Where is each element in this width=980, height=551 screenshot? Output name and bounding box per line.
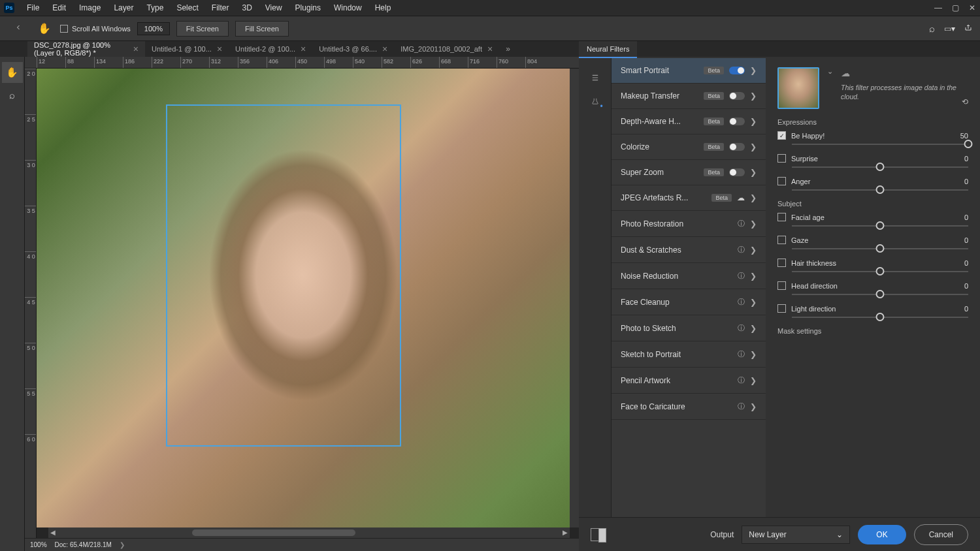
filter-toggle[interactable]	[729, 143, 745, 151]
filter-item[interactable]: Depth-Aware H...Beta❯	[612, 109, 766, 134]
scrollbar-vertical[interactable]	[570, 69, 579, 527]
info-icon[interactable]: ⓘ	[738, 375, 745, 385]
slider-track[interactable]	[792, 271, 968, 272]
document-tab[interactable]: Untitled-1 @ 100...×	[145, 41, 229, 57]
slider-checkbox[interactable]	[777, 213, 786, 221]
filter-toggle[interactable]	[729, 118, 745, 125]
ok-button[interactable]: OK	[858, 525, 906, 544]
slider-track[interactable]	[792, 166, 968, 168]
hand-tool[interactable]: ✋	[2, 62, 23, 83]
face-dropdown[interactable]: ⌄	[827, 67, 833, 76]
slider-track[interactable]	[792, 294, 968, 295]
fill-screen-button[interactable]: Fill Screen	[235, 21, 289, 37]
info-icon[interactable]: ⓘ	[738, 219, 745, 228]
menu-file[interactable]: File	[21, 1, 45, 15]
filter-item[interactable]: Face to Caricatureⓘ❯	[612, 394, 766, 420]
filter-item[interactable]: Face Cleanupⓘ❯	[612, 289, 766, 315]
slider-track[interactable]	[792, 248, 968, 249]
info-icon[interactable]: ⓘ	[738, 323, 745, 333]
download-icon[interactable]: ☁	[737, 193, 745, 202]
filter-item[interactable]: Photo to Sketchⓘ❯	[612, 315, 766, 341]
slider-thumb[interactable]	[876, 163, 885, 171]
slider-thumb[interactable]	[876, 244, 885, 253]
search-icon[interactable]: ⌕	[929, 23, 935, 34]
document-tab[interactable]: DSC_0278.jpg @ 100% (Layer 0, RGB/8*) *×	[27, 41, 145, 57]
slider-checkbox[interactable]	[777, 281, 786, 290]
menu-help[interactable]: Help	[369, 1, 397, 15]
menu-filter[interactable]: Filter	[206, 1, 235, 15]
scroll-right-arrow[interactable]: ▶	[561, 528, 570, 537]
sidebar-icon-all[interactable]	[585, 67, 606, 88]
slider-track[interactable]	[792, 225, 968, 227]
info-icon[interactable]: ⓘ	[738, 245, 745, 255]
info-icon[interactable]: ⓘ	[738, 401, 745, 411]
panel-tab-neural-filters[interactable]: Neural Filters	[579, 41, 637, 58]
slider-thumb[interactable]	[876, 185, 885, 194]
zoom-input[interactable]	[137, 22, 170, 35]
tab-close-icon[interactable]: ×	[133, 44, 139, 54]
tab-close-icon[interactable]: ×	[487, 44, 493, 54]
workspace-icon[interactable]: ▭▾	[944, 24, 955, 33]
slider-track[interactable]	[792, 144, 968, 145]
face-preview-thumbnail[interactable]	[777, 67, 819, 109]
output-dropdown[interactable]: New Layer ⌄	[742, 526, 850, 544]
tab-close-icon[interactable]: ×	[382, 44, 387, 54]
fit-screen-button[interactable]: Fit Screen	[176, 21, 229, 37]
slider-thumb[interactable]	[876, 267, 885, 276]
menu-plugins[interactable]: Plugins	[289, 1, 327, 15]
filter-toggle[interactable]	[729, 67, 745, 74]
menu-3d[interactable]: 3D	[236, 1, 257, 15]
filter-item[interactable]: Smart PortraitBeta❯	[612, 58, 766, 84]
scroll-all-checkbox[interactable]: Scroll All Windows	[60, 25, 131, 33]
slider-checkbox[interactable]	[777, 259, 786, 267]
filter-item[interactable]: Pencil Artworkⓘ❯	[612, 368, 766, 394]
minimize-button[interactable]: —	[934, 4, 942, 12]
menu-window[interactable]: Window	[328, 1, 368, 15]
filter-item[interactable]: Photo Restorationⓘ❯	[612, 211, 766, 237]
close-window-button[interactable]: ✕	[968, 4, 976, 12]
reset-icon[interactable]: ⟲	[962, 97, 968, 106]
home-button[interactable]	[8, 20, 29, 37]
slider-thumb[interactable]	[876, 221, 885, 230]
slider-checkbox[interactable]: ✓	[777, 131, 786, 140]
slider-thumb[interactable]	[876, 290, 885, 298]
filter-item[interactable]: Makeup TransferBeta❯	[612, 84, 766, 109]
document-tab[interactable]: Untitled-3 @ 66....×	[312, 41, 394, 57]
document-tab[interactable]: IMG_20201108_0002_aft×	[394, 41, 499, 57]
filter-item[interactable]: Super ZoomBeta❯	[612, 160, 766, 185]
slider-thumb[interactable]	[876, 313, 885, 321]
sidebar-icon-beta[interactable]	[585, 91, 606, 112]
slider-checkbox[interactable]	[777, 236, 786, 244]
slider-track[interactable]	[792, 317, 968, 318]
filter-item[interactable]: Sketch to Portraitⓘ❯	[612, 341, 766, 368]
tab-close-icon[interactable]: ×	[217, 44, 222, 54]
scrollbar-horizontal[interactable]: ◀ ▶	[48, 527, 570, 538]
canvas[interactable]: ◀ ▶	[37, 69, 579, 538]
slider-checkbox[interactable]	[777, 304, 786, 313]
filter-toggle[interactable]	[729, 92, 745, 100]
document-tab[interactable]: Untitled-2 @ 100...×	[229, 41, 312, 57]
menu-layer[interactable]: Layer	[108, 1, 139, 15]
filter-item[interactable]: JPEG Artefacts R...Beta☁❯	[612, 185, 766, 211]
tab-close-icon[interactable]: ×	[301, 44, 306, 54]
slider-checkbox[interactable]	[777, 154, 786, 163]
menu-select[interactable]: Select	[171, 1, 204, 15]
zoom-tool[interactable]: ⌕	[2, 84, 23, 105]
info-icon[interactable]: ⓘ	[738, 297, 745, 307]
scroll-left-arrow[interactable]: ◀	[48, 528, 57, 537]
menu-type[interactable]: Type	[140, 1, 169, 15]
cancel-button[interactable]: Cancel	[914, 524, 968, 545]
layer-mask-icon[interactable]	[591, 528, 606, 541]
info-icon[interactable]: ⓘ	[738, 349, 745, 359]
slider-checkbox[interactable]	[777, 177, 786, 185]
tab-overflow-icon[interactable]: »	[499, 41, 517, 57]
menu-image[interactable]: Image	[73, 1, 106, 15]
filter-item[interactable]: Noise Reductionⓘ❯	[612, 263, 766, 289]
maximize-button[interactable]: ▢	[951, 4, 959, 12]
menu-edit[interactable]: Edit	[46, 1, 72, 15]
filter-item[interactable]: ColorizeBeta❯	[612, 134, 766, 160]
info-icon[interactable]: ⓘ	[738, 271, 745, 281]
scroll-thumb[interactable]	[192, 529, 355, 536]
filter-toggle[interactable]	[729, 168, 745, 176]
menu-view[interactable]: View	[259, 1, 288, 15]
